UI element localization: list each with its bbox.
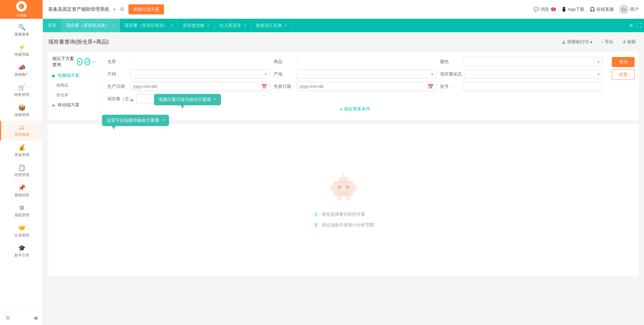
tab-flow-close[interactable]: × bbox=[244, 23, 246, 28]
header-dropdown-icon[interactable]: ▾ bbox=[113, 7, 116, 12]
svg-rect-9 bbox=[354, 184, 357, 191]
filter-add-btn[interactable]: + bbox=[77, 58, 83, 65]
empty-tip2: 用过滤条件来缩小分析范围 bbox=[322, 221, 374, 229]
warehouse-field: 仓库 ··· bbox=[107, 59, 270, 65]
filter-arrow-btn[interactable]: ← bbox=[92, 59, 98, 65]
tab-batch-close[interactable]: × bbox=[207, 23, 210, 28]
sidebar-item-企业协同[interactable]: 🤝 企业协同 bbox=[0, 221, 43, 241]
tab-batch[interactable]: 库存批次账 × bbox=[178, 19, 215, 32]
template-print-btn[interactable]: 🖨 按模板打印 ▾ bbox=[559, 38, 595, 46]
message-icon: 💬 bbox=[534, 7, 539, 12]
sidebar-item-经营管理[interactable]: 📋 经营管理 bbox=[0, 161, 43, 181]
tab-flow[interactable]: 出入库流水 × bbox=[215, 19, 251, 32]
color-select-wrapper: ▾ bbox=[463, 57, 602, 66]
expiry-date-field: 失效日期 📅 bbox=[274, 82, 436, 91]
sidebar-item-营销推广[interactable]: 📣 营销推广 bbox=[0, 60, 43, 80]
main: 装备及固定资产辅助管理系统 ▾ ⚙ 体验行业方案 💬 消息 6 📱 App下载 … bbox=[43, 0, 644, 325]
popover1-text: 电脑方案可设为移动方案哦 bbox=[159, 97, 211, 102]
sidebar-icon-1: ⚡ bbox=[18, 44, 25, 51]
header: 装备及固定资产辅助管理系统 ▾ ⚙ 体验行业方案 💬 消息 6 📱 App下载 … bbox=[43, 0, 644, 19]
warehouse-dots[interactable]: ··· bbox=[130, 59, 134, 64]
scheme-desktop[interactable]: ▶ 电脑端方案 bbox=[48, 70, 102, 80]
sidebar-item-资金管理[interactable]: 💰 资金管理 bbox=[0, 141, 43, 161]
sidebar-item-基础信息[interactable]: 📌 基础信息 bbox=[0, 181, 43, 201]
sidebar-item-快捷导航[interactable]: ⚡ 快捷导航 bbox=[0, 40, 43, 60]
tab-inventory-dist[interactable]: 现存量（库存分布表） × bbox=[120, 19, 178, 32]
collapse-label: 收起更多条件 bbox=[344, 106, 370, 112]
settings-icon[interactable]: ⚙ bbox=[5, 315, 10, 321]
color-select[interactable] bbox=[463, 57, 602, 66]
filter-row-3: 生产日期 📅 失效日期 📅 bbox=[107, 82, 602, 91]
online-service-btn[interactable]: 🎧 在线客服 bbox=[590, 6, 614, 12]
user-btn[interactable]: Ea 用户 bbox=[619, 5, 639, 14]
message-btn[interactable]: 💬 消息 6 bbox=[534, 6, 556, 12]
tab-close-all-icon[interactable]: ✕ bbox=[629, 22, 633, 29]
sidebar-icon-8: 📌 bbox=[18, 184, 25, 192]
tab-inventory-dist-label: 现存量（库存分布表） bbox=[124, 22, 168, 29]
goods-dots[interactable]: ··· bbox=[297, 59, 300, 64]
tab-home[interactable]: 首页 bbox=[43, 19, 61, 32]
tab-bar: 首页 现存量（库存状况表） × 现存量（库存分布表） × 库存批次账 × 出入库… bbox=[43, 19, 644, 32]
stock-status-select-wrapper: ▾ bbox=[465, 69, 602, 78]
stock-status-label: 现存量状态 bbox=[440, 71, 462, 77]
refresh-icon: ↺ bbox=[622, 40, 626, 45]
industry-btn[interactable]: 体验行业方案 bbox=[128, 4, 164, 14]
header-left: 装备及固定资产辅助管理系统 ▾ ⚙ 体验行业方案 bbox=[48, 4, 164, 14]
message-badge: 6 bbox=[551, 7, 556, 11]
sidebar-footer: ⚙ ◀ bbox=[0, 310, 43, 325]
origin-select[interactable] bbox=[297, 69, 436, 78]
popover2-arrow bbox=[112, 126, 115, 129]
sidebar-item-采购管理[interactable]: 📦 采购管理 bbox=[0, 101, 43, 121]
tab-summary-close[interactable]: × bbox=[285, 23, 287, 28]
popover-scheme-tip: 电脑方案可设为移动方案哦 × bbox=[154, 94, 221, 105]
filter-refresh-btn[interactable]: ↺ bbox=[85, 58, 90, 65]
tab-inventory-status[interactable]: 现存量（库存状况表） × bbox=[61, 19, 120, 32]
sidebar-item-搜索菜单[interactable]: 🔍 搜索菜单 bbox=[0, 20, 43, 40]
scheme-sub-warehouse[interactable]: 按仓库 bbox=[48, 90, 102, 100]
color-label: 颜色 bbox=[440, 59, 460, 65]
expiry-date-input[interactable] bbox=[297, 82, 436, 91]
popover1-close-btn[interactable]: × bbox=[214, 97, 216, 102]
svg-point-4 bbox=[337, 185, 341, 189]
sidebar-item-新手引导[interactable]: 🎓 新手引导 bbox=[0, 241, 43, 261]
reset-btn[interactable]: 设置 bbox=[612, 69, 635, 80]
svg-text:6: 6 bbox=[20, 5, 21, 8]
search-btn[interactable]: 查询 bbox=[612, 57, 635, 67]
scheme-mobile[interactable]: ▶ 移动端方案 bbox=[48, 100, 102, 110]
tab-summary[interactable]: 收发存汇总表 × bbox=[251, 19, 292, 32]
sidebar-icon-4: 📦 bbox=[18, 104, 25, 111]
scheme-mobile-arrow-icon: ▶ bbox=[52, 103, 56, 108]
header-setting-icon[interactable]: ⚙ bbox=[120, 6, 124, 12]
sidebar-item-库存核算[interactable]: 🗂 库存核算 bbox=[0, 121, 43, 141]
sidebar-icon-0: 🔍 bbox=[18, 23, 25, 31]
tab-expand-icon[interactable]: ⛶ bbox=[636, 22, 641, 29]
goods-label: 商品 bbox=[274, 59, 294, 65]
production-date-input[interactable] bbox=[130, 82, 270, 91]
tab-inventory-status-close[interactable]: × bbox=[112, 23, 115, 28]
sidebar-item-销售管理[interactable]: 🛒 销售管理 bbox=[0, 80, 43, 101]
scheme-sub-goods[interactable]: 按商品 bbox=[48, 80, 102, 90]
empty-tips: 1 请先选择要分析的方案 2 用过滤条件来缩小分析范围 bbox=[313, 210, 374, 229]
tip2-num-icon: 2 bbox=[313, 222, 319, 228]
refresh-btn[interactable]: ↺ 刷新 bbox=[620, 38, 639, 46]
template-print-label: 按模板打印 bbox=[567, 39, 589, 45]
tab-inventory-dist-close[interactable]: × bbox=[171, 23, 173, 28]
batch-input[interactable] bbox=[463, 82, 602, 91]
export-btn[interactable]: ↑ 导出 bbox=[599, 38, 616, 46]
color-field: 颜色 ▾ bbox=[440, 57, 602, 66]
sidebar-icon-7: 📋 bbox=[18, 164, 25, 171]
goods-field: 商品 ··· bbox=[274, 59, 436, 65]
app-download-btn[interactable]: 📱 App下载 bbox=[561, 6, 584, 12]
page-title-actions: 🖨 按模板打印 ▾ ↑ 导出 ↺ 刷新 bbox=[559, 38, 639, 46]
page-title-bar: 现存量查询(按仓库+商品) 🖨 按模板打印 ▾ ↑ 导出 ↺ 刷新 bbox=[48, 38, 639, 46]
tab-home-label: 首页 bbox=[48, 22, 56, 29]
stock-status-select[interactable] bbox=[465, 69, 602, 78]
collapse-sidebar-icon[interactable]: ◀ bbox=[33, 315, 37, 321]
popover2-text: 这里可以创建和修改方案哦 bbox=[107, 118, 159, 123]
production-date-field: 生产日期 📅 bbox=[107, 82, 270, 91]
sidebar-item-系统管理[interactable]: ⚙ 系统管理 bbox=[0, 201, 43, 221]
popover2-close-btn[interactable]: × bbox=[162, 117, 164, 122]
size-select[interactable] bbox=[130, 69, 270, 78]
print-icon: 🖨 bbox=[561, 40, 566, 45]
sidebar-label-6: 资金管理 bbox=[14, 152, 29, 157]
